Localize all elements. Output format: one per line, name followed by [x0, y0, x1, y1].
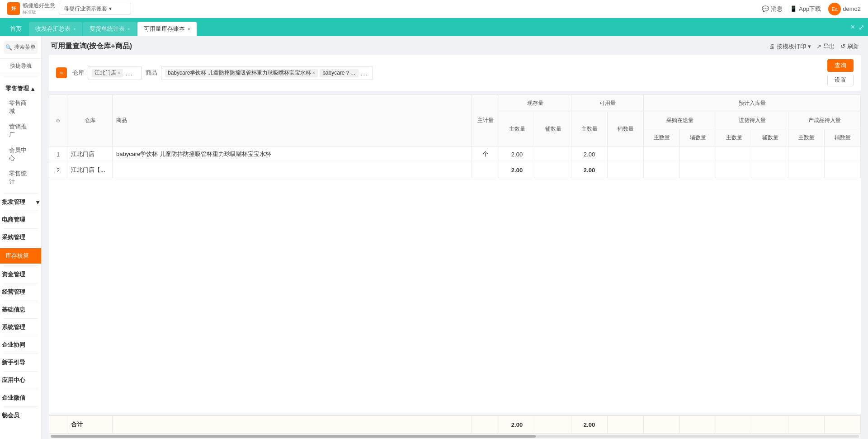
- query-button[interactable]: 查询: [827, 59, 854, 72]
- row2-available-main: 2.00: [571, 162, 608, 178]
- th-product: 商品: [113, 95, 472, 146]
- maximize-button[interactable]: ⤢: [859, 23, 864, 32]
- tab-bar: 首页 收发存汇总表 × 要货单统计表 × 可用量库存账本 × × ⤢: [0, 18, 868, 36]
- row1-pp-main: [788, 146, 825, 162]
- th-pp-main: 主数量: [788, 129, 825, 146]
- warehouse-filter-input[interactable]: 江北门店 × …: [88, 66, 142, 80]
- product-filter-label: 商品: [146, 69, 157, 77]
- sidebar-divider-10: [4, 336, 38, 336]
- th-planned-inbound: 预计入库量: [644, 95, 861, 112]
- th-pp-aux: 辅数量: [825, 129, 861, 146]
- sidebar-enterprise-header[interactable]: 企业协同: [0, 338, 41, 352]
- summary-current-main: 2.00: [499, 416, 535, 434]
- product-tag-1-close[interactable]: ×: [312, 70, 315, 76]
- refresh-icon: ↺: [840, 43, 845, 50]
- message-button[interactable]: 💬 消息: [762, 5, 783, 13]
- retail-chevron-icon: ▲: [30, 85, 36, 92]
- row2-seq: 2: [49, 162, 67, 178]
- tab-available-stock[interactable]: 可用量库存账本 ×: [137, 22, 197, 36]
- sidebar-new-guide-header[interactable]: 新手引导: [0, 356, 41, 369]
- row1-pt-aux: [680, 146, 716, 162]
- avatar: Ea: [828, 3, 841, 15]
- summary-available-aux: [608, 416, 644, 434]
- sidebar-member-header[interactable]: 畅会员: [0, 409, 41, 422]
- print-icon: 🖨: [769, 43, 775, 50]
- product-filter-input[interactable]: babycare学饮杯 儿童防摔防撞吸管杯重力球吸嘴杯宝宝水杯 × babyca…: [161, 66, 373, 80]
- tab-receive-send-close[interactable]: ×: [73, 27, 76, 32]
- settings-button[interactable]: 设置: [827, 74, 854, 86]
- product-tag-2-text: babycare？…: [322, 69, 355, 77]
- tab-receive-send[interactable]: 收发存汇总表 ×: [29, 22, 82, 36]
- tab-order-stats-close[interactable]: ×: [127, 27, 130, 32]
- row1-current-aux: [535, 146, 571, 162]
- th-available-aux-qty: 辅数量: [608, 112, 644, 146]
- export-label: 导出: [823, 42, 835, 51]
- tab-order-stats[interactable]: 要货单统计表 ×: [83, 22, 137, 36]
- sidebar-divider-1: [4, 76, 38, 76]
- sidebar-search-button[interactable]: 🔍 搜索菜单: [4, 41, 38, 54]
- sidebar-search-area: 🔍 搜索菜单: [0, 36, 41, 59]
- gear-icon[interactable]: ⚙: [56, 118, 61, 124]
- warehouse-tag-close[interactable]: ×: [118, 70, 120, 76]
- th-available-main-qty: 主数量: [571, 112, 608, 146]
- row2-product: [113, 162, 472, 178]
- logo-area: 好 畅捷通好生意 标准版: [7, 2, 55, 15]
- product-more-icon[interactable]: …: [360, 68, 369, 78]
- sidebar-item-marketing[interactable]: 营销推广: [4, 119, 38, 142]
- scroll-thumb[interactable]: [51, 435, 536, 438]
- sidebar-divider-2: [4, 193, 38, 194]
- logo-text-area: 畅捷通好生意 标准版: [23, 2, 55, 15]
- sidebar-item-quick-nav[interactable]: 快捷导航: [0, 59, 41, 74]
- print-button[interactable]: 🖨 按模板打印 ▾: [769, 42, 811, 51]
- tenant-selector[interactable]: 母婴行业演示账套 ▾: [59, 3, 131, 15]
- scroll-track[interactable]: [51, 435, 859, 438]
- tab-bar-actions: × ⤢: [851, 23, 864, 32]
- sidebar-item-inventory[interactable]: 库存核算: [0, 248, 41, 264]
- warehouse-filter-label: 仓库: [72, 69, 84, 77]
- sidebar-ecommerce-header[interactable]: 电商管理: [0, 213, 41, 227]
- export-icon: ↗: [816, 43, 821, 50]
- app-download-button[interactable]: 📱 App下载: [790, 5, 821, 13]
- th-purchase-transit: 采购在途量: [644, 112, 716, 129]
- user-avatar-area[interactable]: Ea demo2: [828, 3, 861, 15]
- sidebar-divider-8: [4, 301, 38, 301]
- filter-expand-button[interactable]: »: [56, 67, 67, 78]
- sidebar-enterprise-wechat-header[interactable]: 企业微信: [0, 391, 41, 405]
- table-footer: 合计 2.00 2.00: [49, 415, 861, 434]
- row1-warehouse: 江北门店: [67, 146, 113, 162]
- sidebar-operations-header[interactable]: 经营管理: [0, 285, 41, 299]
- tab-available-stock-close[interactable]: ×: [188, 27, 190, 32]
- page-title: 可用量查询(按仓库+商品): [51, 42, 132, 51]
- export-button[interactable]: ↗ 导出: [816, 42, 835, 51]
- filter-group: 仓库 江北门店 × … 商品 babycare学饮杯 儿童防摔防撞吸管杯重力球吸…: [72, 66, 822, 80]
- sidebar-item-retail-stats[interactable]: 零售统计: [4, 166, 38, 189]
- sidebar-wholesale-header[interactable]: 批发管理 ▾: [0, 195, 41, 209]
- wholesale-chevron-icon: ▾: [36, 199, 39, 206]
- row2-pp-aux: [825, 162, 861, 178]
- summary-pp-aux: [825, 416, 861, 434]
- product-tag-2: babycare？…: [320, 69, 358, 77]
- sidebar-system-header[interactable]: 系统管理: [0, 321, 41, 334]
- sidebar-finance-header[interactable]: 资金管理: [0, 268, 41, 281]
- sidebar-item-member-center[interactable]: 会员中心: [4, 142, 38, 166]
- row1-pp-aux: [825, 146, 861, 162]
- th-available: 可用量: [571, 95, 644, 112]
- warehouse-more-icon[interactable]: …: [125, 68, 133, 78]
- tab-home[interactable]: 首页: [4, 22, 28, 36]
- print-chevron-icon: ▾: [808, 43, 811, 50]
- th-main-unit: 主计量: [472, 95, 499, 146]
- tab-home-label: 首页: [10, 25, 22, 33]
- sidebar-divider-5: [4, 246, 38, 246]
- close-all-tabs-button[interactable]: ×: [851, 23, 855, 32]
- sidebar-app-center-header[interactable]: 应用中心: [0, 373, 41, 387]
- sidebar-item-retail-mall[interactable]: 零售商城: [4, 95, 38, 119]
- refresh-button[interactable]: ↺ 刷新: [840, 42, 859, 51]
- sidebar-retail-header[interactable]: 零售管理 ▲: [4, 82, 38, 95]
- app-icon: 📱: [790, 5, 797, 12]
- summary-empty-3: [472, 416, 499, 434]
- quick-nav-label: 快捷导航: [10, 63, 32, 69]
- sidebar-basic-info-header[interactable]: 基础信息: [0, 303, 41, 316]
- sidebar-purchase-header[interactable]: 采购管理: [0, 231, 41, 244]
- sidebar-search-label: 搜索菜单: [14, 43, 36, 51]
- th-gear[interactable]: ⚙: [49, 95, 67, 146]
